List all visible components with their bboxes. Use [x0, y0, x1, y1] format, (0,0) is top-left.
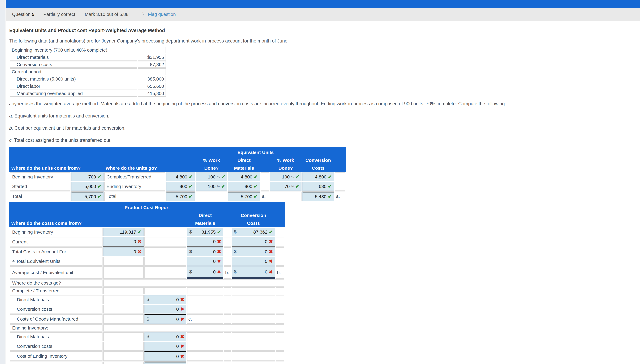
question-info-bar: Question 5 Partially correct Mark 3.10 o…: [6, 8, 640, 21]
result-mark-icon: ✖: [269, 239, 273, 244]
eu-note-cell: a.: [335, 192, 345, 201]
data-value: 87,362: [138, 61, 166, 68]
data-value: 385,000: [138, 76, 166, 82]
dollar-sign: $: [147, 334, 149, 339]
top-blue-bar: [6, 0, 640, 8]
empty-cell: [103, 314, 144, 324]
eu-row-label: Started: [10, 182, 71, 191]
eu-pct-input[interactable]: 100%✔: [270, 172, 301, 181]
dollar-sign: $: [234, 249, 237, 254]
pcr-note-cell: [276, 351, 284, 361]
empty-cell: [103, 351, 144, 361]
pcr-total-input[interactable]: 0✖: [103, 237, 144, 246]
eu-header-materials: Materials: [228, 164, 260, 172]
eu-header-units-from: Where do the units come from?: [10, 164, 104, 172]
eu-pct-input[interactable]: 100%✔: [196, 182, 227, 191]
pcr-header-costs-from: Where do the costs come from?: [10, 212, 186, 227]
pcr-total-input[interactable]: 119,317✔: [103, 228, 144, 236]
data-label: Manufacturing overhead applied: [10, 90, 137, 97]
empty-cell: [187, 287, 223, 294]
pcr-note-cell: [276, 237, 284, 246]
question-body: Equivalent Units and Product cost Report…: [6, 21, 640, 364]
table-row: Direct Materials $0✖: [10, 295, 284, 304]
eu-header-direct: Direct: [228, 157, 260, 164]
empty-cell: [232, 287, 275, 294]
pcr-header-materials: Materials: [187, 220, 223, 227]
pcr-cc-input[interactable]: 0✖: [232, 257, 275, 266]
eu-units-input[interactable]: 700✔: [71, 172, 104, 181]
empty-cell: [232, 332, 275, 341]
eu-conversion-input[interactable]: 4,800✔: [302, 172, 334, 181]
task-c: c. Total cost assigned to the units tran…: [9, 138, 631, 143]
result-mark-icon: ✖: [217, 239, 221, 244]
eu-note-cell: [261, 172, 269, 181]
pcr-dm-input[interactable]: $0✖: [187, 266, 223, 279]
eu-materials-input[interactable]: 5,700✔: [228, 192, 260, 201]
pcr-note-cell: [276, 332, 284, 341]
data-value: 655,600: [138, 83, 166, 90]
eu-units-input[interactable]: 900✔: [166, 182, 195, 191]
pcr-amount-input[interactable]: $0✖: [144, 332, 186, 341]
flag-icon: ⚐: [142, 12, 146, 17]
empty-cell: [103, 342, 144, 350]
empty-cell: [196, 192, 227, 201]
result-mark-icon: ✔: [138, 230, 142, 234]
product-cost-report-table: Product Cost Report Where do the costs c…: [9, 202, 285, 364]
eu-header-done: Done?: [196, 164, 227, 172]
pcr-cc-input[interactable]: 0✖: [232, 237, 275, 246]
pcr-dm-input[interactable]: 0✖: [187, 257, 223, 266]
eu-conversion-input[interactable]: 5,430✔: [302, 192, 334, 201]
pcr-amount-input[interactable]: 0✖: [144, 351, 186, 361]
data-value: [138, 68, 166, 75]
percent-sign: %: [291, 185, 294, 188]
eu-pct-input[interactable]: 100%✔: [196, 172, 227, 181]
eu-units-input[interactable]: 4,800✔: [166, 172, 195, 181]
empty-cell: [232, 305, 275, 314]
table-row: Current period: [10, 68, 166, 75]
eu-units-input[interactable]: 5,000✔: [71, 182, 104, 191]
pcr-cc-input[interactable]: $87,362✔: [232, 228, 275, 236]
task-letter: b.: [9, 125, 13, 130]
percent-sign: %: [291, 176, 294, 178]
pcr-dm-input[interactable]: 0✖: [187, 237, 223, 246]
pcr-amount-input[interactable]: $0✖: [144, 362, 186, 364]
pcr-note-cell: [276, 342, 284, 350]
eu-header-spacer: [10, 148, 165, 164]
eu-units-input[interactable]: 5,700✔: [71, 192, 104, 201]
table-row: Average cost / Equivalent unit $0✖ b. $0…: [10, 266, 284, 279]
eu-conversion-input[interactable]: 630✔: [302, 182, 334, 191]
pcr-note-cell: [276, 305, 284, 314]
pcr-total-input[interactable]: 0✖: [103, 247, 144, 256]
eu-note-cell: [261, 182, 269, 191]
eu-note-cell: [335, 182, 345, 191]
dollar-sign: $: [147, 297, 149, 302]
pcr-amount-input[interactable]: $0✖: [144, 314, 186, 324]
pcr-dm-input[interactable]: $31,955✔: [187, 228, 223, 236]
flag-question-link[interactable]: ⚐ Flag question: [142, 12, 176, 17]
pcr-row-label: Cost of Ending Inventory: [10, 351, 103, 361]
pcr-amount-input[interactable]: $0✖: [144, 295, 186, 304]
eu-materials-input[interactable]: 900✔: [228, 182, 260, 191]
empty-cell: [103, 287, 144, 294]
result-mark-icon: ✔: [328, 184, 332, 189]
pcr-note-cell: [276, 228, 284, 236]
question-number: Question 5: [12, 12, 34, 17]
eu-materials-input[interactable]: 4,800✔: [228, 172, 260, 181]
pcr-amount-input[interactable]: 0✖: [144, 342, 186, 350]
pcr-cc-input[interactable]: $0✖: [232, 266, 275, 279]
eu-header-pct-work: % Work: [196, 157, 227, 164]
eu-row-label: Total: [10, 192, 71, 201]
dollar-sign: $: [234, 230, 237, 234]
pcr-amount-input[interactable]: 0✖: [144, 305, 186, 314]
empty-cell: [103, 257, 144, 266]
result-mark-icon: ✔: [295, 184, 299, 189]
pcr-dm-input[interactable]: $0✖: [187, 247, 223, 256]
pcr-cc-input[interactable]: $0✖: [232, 247, 275, 256]
eu-pct-input[interactable]: 70%✔: [270, 182, 301, 191]
table-row: Manufacturing overhead applied415,800: [10, 90, 166, 97]
table-row: Direct Materials $0✖: [10, 332, 284, 341]
eu-units-input[interactable]: 5,700✔: [166, 192, 195, 201]
result-mark-icon: ✔: [295, 174, 299, 179]
pcr-table-header: Product Cost Report Where do the costs c…: [10, 203, 284, 227]
empty-cell: [144, 228, 186, 236]
